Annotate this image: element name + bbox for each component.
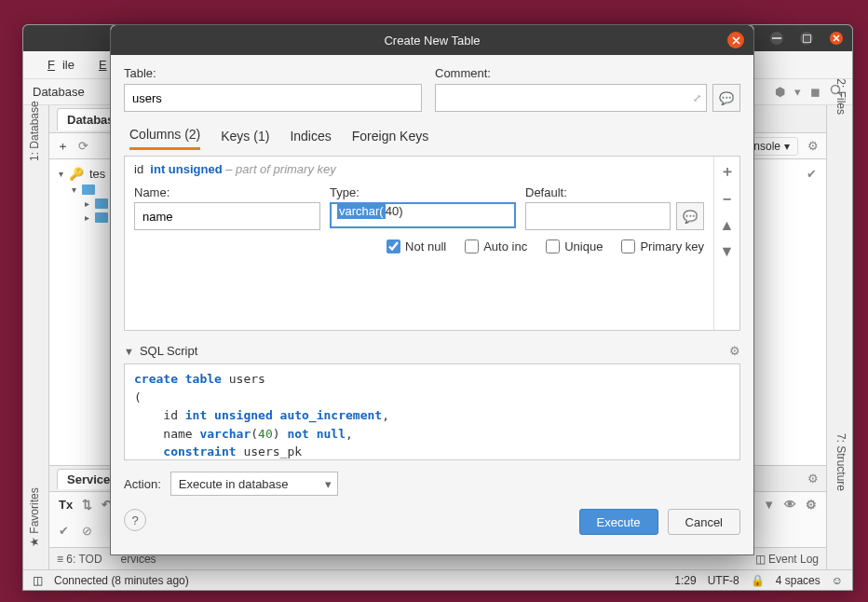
col-default-label: Default: [525,185,704,199]
status-smile-icon[interactable]: ☺ [832,574,843,587]
left-tab-favorites[interactable]: ★ Favorites [28,487,41,547]
left-gutter: 1: Database ★ Favorites [23,105,49,569]
help-button[interactable]: ? [124,509,146,531]
status-encoding[interactable]: UTF-8 [708,574,739,587]
run-dropdown-icon[interactable]: ▾ [794,85,801,99]
create-table-dialog: Create New Table Table: Comment: ⤢ 💬 [110,24,754,555]
gear-icon[interactable]: ⚙ [807,472,819,486]
tree-node-test[interactable]: tes [89,167,105,181]
sql-section-label: SQL Script [140,344,197,358]
commit-icon[interactable]: ⇅ [82,498,92,512]
comment-extra-button[interactable]: 💬 [712,84,740,112]
expand-icon[interactable]: ⤢ [693,92,701,104]
folder-icon [95,212,108,223]
tab-foreign-keys[interactable]: Foreign Keys [352,129,428,149]
minimize-icon[interactable] [770,32,783,45]
right-tab-files[interactable]: 2: Files [834,78,848,115]
chevron-down-icon[interactable]: ▼ [124,346,134,357]
col-name-label: Name: [134,185,320,199]
build-icon[interactable]: ⬢ [775,85,785,99]
dialog-tabs: Columns (2) Keys (1) Indices Foreign Key… [129,127,740,150]
refresh-icon[interactable]: ⟳ [78,139,88,153]
col-type-label: Type: [330,185,516,199]
execute-button[interactable]: Execute [579,509,658,535]
expand-icon[interactable]: ▾ [72,185,76,195]
status-connected: Connected (8 minutes ago) [54,574,189,587]
statusbar: ◫ Connected (8 minutes ago) 1:29 UTF-8 🔒… [23,569,852,590]
columns-panel: ＋ − ▲ ▼ id int unsigned – part of primar… [124,156,740,331]
gear-icon[interactable]: ⚙ [806,498,817,512]
col-type-input[interactable]: varchar(40) [330,202,516,228]
folder-icon [82,185,95,195]
move-up-button[interactable]: ▲ [720,217,735,234]
cancel-icon[interactable]: ⊘ [82,524,92,538]
dialog-title: Create New Table [384,34,480,48]
move-down-button[interactable]: ▼ [720,243,735,260]
checkmark-icon: ✔ [807,167,817,181]
tab-keys[interactable]: Keys (1) [221,129,269,149]
remove-column-button[interactable]: − [723,191,731,208]
svg-rect-0 [772,37,781,39]
menu-file[interactable]: FFileile [33,54,82,75]
notnull-checkbox[interactable]: Not null [387,239,446,253]
close-icon[interactable] [830,32,843,45]
comment-label: Comment: [435,66,740,80]
right-tab-structure[interactable]: 7: Structure [834,433,848,491]
expand-icon[interactable]: ▸ [85,198,89,209]
check-icon[interactable]: ✔ [59,524,69,538]
primarykey-checkbox[interactable]: Primary key [621,239,704,253]
eye-icon[interactable]: 👁 [784,498,796,512]
stop-icon[interactable]: ◼ [810,85,821,99]
comment-input[interactable] [435,84,707,112]
left-tab-database[interactable]: 1: Database [28,101,41,161]
tab-indices[interactable]: Indices [290,129,331,149]
expand-icon[interactable]: ▸ [85,212,89,223]
autoinc-checkbox[interactable]: Auto inc [465,239,527,253]
dialog-titlebar: Create New Table [111,25,753,55]
lock-icon[interactable]: 🔒 [751,574,765,587]
bottom-tab-todo[interactable]: ≡ 6: TOD [57,553,102,566]
col-name-input[interactable] [134,202,320,230]
status-caret-pos[interactable]: 1:29 [674,574,696,587]
action-dropdown[interactable]: Execute in database [170,472,338,496]
table-label: Table: [124,66,422,80]
action-label: Action: [124,477,161,491]
right-gutter: 2: Files 7: Structure [826,105,852,569]
default-extra-button[interactable]: 💬 [676,202,704,230]
expand-icon[interactable]: ▾ [59,169,63,179]
status-indent[interactable]: 4 spaces [776,574,821,587]
sql-preview[interactable]: create table users ( id int unsigned aut… [124,363,740,460]
existing-column-row[interactable]: id int unsigned – part of primary key [125,157,739,182]
tab-columns[interactable]: Columns (2) [129,127,200,150]
svg-rect-1 [803,34,810,42]
tx-label: Tx [59,498,73,512]
filter-icon[interactable]: ▼ [763,498,775,512]
status-icon: ◫ [33,574,43,587]
close-icon[interactable] [727,32,744,48]
add-column-button[interactable]: ＋ [720,162,735,182]
folder-icon [95,198,108,209]
breadcrumb-database[interactable]: Database [33,85,85,99]
gear-icon[interactable]: ⚙ [807,139,819,153]
maximize-icon[interactable] [800,32,813,45]
unique-checkbox[interactable]: Unique [546,239,603,253]
gear-icon[interactable]: ⚙ [729,344,740,358]
table-name-input[interactable] [124,84,422,112]
add-icon[interactable]: ＋ [57,138,69,155]
col-default-input[interactable] [525,202,671,230]
cancel-button[interactable]: Cancel [668,509,740,535]
bottom-tab-eventlog[interactable]: ◫ Event Log [755,553,819,566]
